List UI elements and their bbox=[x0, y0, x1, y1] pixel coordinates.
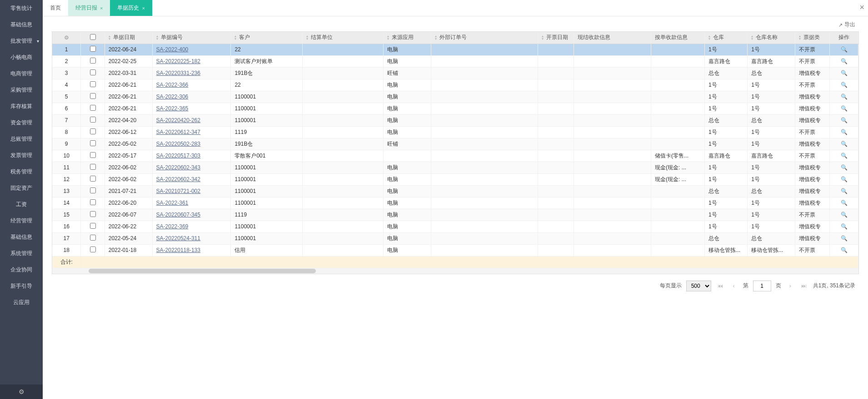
row-checkbox[interactable] bbox=[90, 128, 96, 134]
sidebar-item-17[interactable]: 新手引导 bbox=[0, 278, 43, 294]
sidebar-item-13[interactable]: 经营管理 bbox=[0, 212, 43, 229]
prev-page-button[interactable]: ‹ bbox=[729, 281, 738, 291]
doc-no-link[interactable]: SA-20220602-343 bbox=[156, 164, 200, 171]
header-doc-no[interactable]: 单据编号 bbox=[152, 32, 231, 44]
sidebar-item-0[interactable]: 零售统计 bbox=[0, 0, 43, 16]
header-cash-receipt[interactable]: 现结收款信息 bbox=[574, 32, 651, 44]
table-row[interactable]: 142022-06-20SA-2022-3611100001电脑1号1号增值税专 bbox=[52, 197, 858, 209]
sidebar-item-5[interactable]: 采购管理 bbox=[0, 82, 43, 98]
row-checkbox[interactable] bbox=[90, 211, 96, 217]
table-row[interactable]: 42022-06-21SA-2022-36622电脑1号1号不开票 bbox=[52, 79, 858, 91]
header-doc-date[interactable]: 单据日期 bbox=[105, 32, 152, 44]
close-all-tabs-icon[interactable]: × bbox=[859, 3, 864, 12]
doc-no-link[interactable]: SA-20220502-283 bbox=[156, 141, 200, 147]
view-icon[interactable] bbox=[841, 94, 848, 100]
row-checkbox[interactable] bbox=[90, 164, 96, 170]
view-icon[interactable] bbox=[841, 223, 848, 230]
next-page-button[interactable]: › bbox=[786, 281, 795, 291]
header-warehouse[interactable]: 仓库 bbox=[704, 32, 747, 44]
doc-no-link[interactable]: SA-2022-400 bbox=[156, 46, 189, 53]
first-page-button[interactable]: ⏮ bbox=[716, 281, 725, 291]
table-row[interactable]: 102022-05-17SA-20220517-303零散客户001储值卡(零售… bbox=[52, 150, 858, 162]
view-icon[interactable] bbox=[841, 129, 848, 135]
row-checkbox[interactable] bbox=[90, 69, 96, 75]
select-all-checkbox[interactable] bbox=[90, 34, 96, 40]
sidebar-item-8[interactable]: 总账管理 bbox=[0, 131, 43, 147]
row-checkbox[interactable] bbox=[90, 140, 96, 146]
sidebar-item-16[interactable]: 企业协同 bbox=[0, 261, 43, 278]
view-icon[interactable] bbox=[841, 58, 848, 64]
row-checkbox[interactable] bbox=[90, 93, 96, 99]
close-icon[interactable]: × bbox=[100, 5, 103, 11]
row-checkbox[interactable] bbox=[90, 81, 96, 87]
sidebar-item-4[interactable]: 电商管理 bbox=[0, 65, 43, 82]
doc-no-link[interactable]: SA-20220612-347 bbox=[156, 129, 200, 135]
header-settings[interactable] bbox=[52, 32, 81, 44]
header-by-order-receipt[interactable]: 按单收款信息 bbox=[651, 32, 705, 44]
view-icon[interactable] bbox=[841, 164, 848, 171]
view-icon[interactable] bbox=[841, 188, 848, 194]
tab-daily-report[interactable]: 经营日报 × bbox=[68, 0, 110, 16]
view-icon[interactable] bbox=[841, 176, 848, 182]
table-row[interactable]: 22022-02-25SA-20220225-182测试客户对账单电脑嘉言路仓嘉… bbox=[52, 55, 858, 67]
doc-no-link[interactable]: SA-20220517-303 bbox=[156, 153, 200, 159]
table-row[interactable]: 82022-06-12SA-20220612-3471119电脑1号1号不开票 bbox=[52, 126, 858, 138]
row-checkbox[interactable] bbox=[90, 235, 96, 241]
sidebar-item-6[interactable]: 库存核算 bbox=[0, 98, 43, 114]
doc-no-link[interactable]: SA-20220607-345 bbox=[156, 212, 200, 218]
doc-no-link[interactable]: SA-20220118-133 bbox=[156, 247, 200, 253]
view-icon[interactable] bbox=[841, 141, 848, 147]
table-row[interactable]: 72022-04-20SA-20220420-2621100001电脑总仓总仓增… bbox=[52, 114, 858, 126]
doc-no-link[interactable]: SA-2022-369 bbox=[156, 223, 189, 230]
view-icon[interactable] bbox=[841, 200, 848, 206]
view-icon[interactable] bbox=[841, 247, 848, 253]
sidebar-item-1[interactable]: 基础信息 bbox=[0, 16, 43, 33]
sidebar-item-11[interactable]: 固定资产 bbox=[0, 180, 43, 196]
table-row[interactable]: 112022-06-02SA-20220602-3431100001电脑现金(现… bbox=[52, 162, 858, 173]
view-icon[interactable] bbox=[841, 82, 848, 88]
row-checkbox[interactable] bbox=[90, 176, 96, 182]
horizontal-scrollbar[interactable] bbox=[52, 268, 858, 274]
sidebar-settings[interactable] bbox=[0, 384, 43, 399]
sidebar-item-18[interactable]: 云应用 bbox=[0, 294, 43, 310]
header-customer[interactable]: 客户 bbox=[231, 32, 302, 44]
sidebar-item-15[interactable]: 系统管理 bbox=[0, 245, 43, 261]
table-row[interactable]: 132021-07-21SA-20210721-0021100001电脑总仓总仓… bbox=[52, 185, 858, 197]
scrollbar-thumb[interactable] bbox=[89, 269, 316, 273]
doc-no-link[interactable]: SA-2022-361 bbox=[156, 200, 189, 206]
per-page-select[interactable]: 500 bbox=[686, 281, 711, 291]
header-invoice-date[interactable]: 开票日期 bbox=[538, 32, 574, 44]
export-button[interactable]: 导出 bbox=[838, 21, 855, 29]
doc-no-link[interactable]: SA-2022-306 bbox=[156, 94, 189, 100]
last-page-button[interactable]: ⏭ bbox=[799, 281, 808, 291]
header-settle-unit[interactable]: 结算单位 bbox=[302, 32, 383, 44]
row-checkbox[interactable] bbox=[90, 58, 96, 64]
close-icon[interactable]: × bbox=[142, 5, 145, 11]
doc-no-link[interactable]: SA-20220602-342 bbox=[156, 176, 200, 182]
doc-no-link[interactable]: SA-20220420-262 bbox=[156, 117, 200, 123]
table-row[interactable]: 92022-05-02SA-20220502-283191B仓旺铺1号1号增值税… bbox=[52, 138, 858, 150]
tab-doc-history[interactable]: 单据历史 × bbox=[110, 0, 152, 16]
row-checkbox[interactable] bbox=[90, 152, 96, 158]
doc-no-link[interactable]: SA-2022-366 bbox=[156, 82, 189, 88]
view-icon[interactable] bbox=[841, 212, 848, 218]
table-row[interactable]: 62022-06-21SA-2022-3651100001电脑1号1号增值税专 bbox=[52, 103, 858, 114]
sidebar-item-7[interactable]: 资金管理 bbox=[0, 114, 43, 131]
table-row[interactable]: 172022-05-24SA-20220524-3111100001电脑总仓总仓… bbox=[52, 232, 858, 244]
table-row[interactable]: 162022-06-22SA-2022-3691100001电脑1号1号增值税专 bbox=[52, 221, 858, 232]
view-icon[interactable] bbox=[841, 117, 848, 123]
row-checkbox[interactable] bbox=[90, 246, 96, 252]
view-icon[interactable] bbox=[841, 105, 848, 112]
sidebar-item-14[interactable]: 基础信息 bbox=[0, 229, 43, 245]
view-icon[interactable] bbox=[841, 46, 848, 53]
page-input[interactable] bbox=[753, 281, 771, 291]
row-checkbox[interactable] bbox=[90, 187, 96, 193]
sidebar-item-12[interactable]: 工资 bbox=[0, 196, 43, 212]
doc-no-link[interactable]: SA-20210721-002 bbox=[156, 188, 200, 194]
row-checkbox[interactable] bbox=[90, 199, 96, 205]
header-checkbox[interactable] bbox=[81, 32, 105, 44]
table-row[interactable]: 32022-03-31SA-20220331-236191B仓旺铺总仓总仓增值税… bbox=[52, 67, 858, 79]
row-checkbox[interactable] bbox=[90, 223, 96, 229]
view-icon[interactable] bbox=[841, 235, 848, 241]
header-source-app[interactable]: 来源应用 bbox=[383, 32, 431, 44]
